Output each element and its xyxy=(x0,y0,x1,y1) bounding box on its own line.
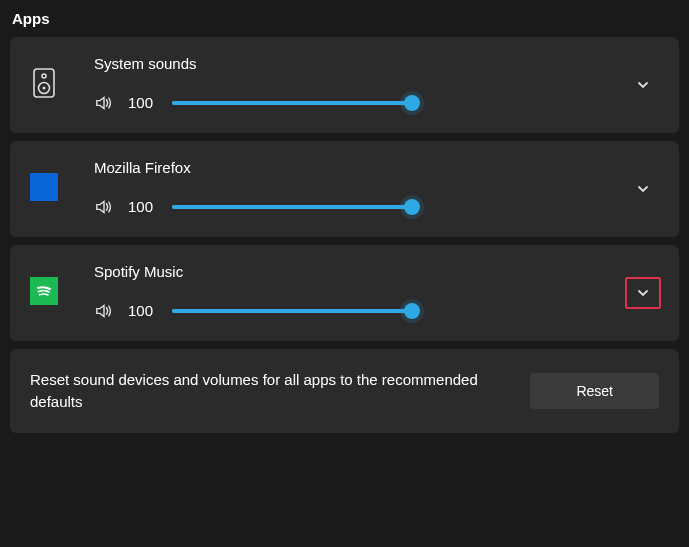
section-title: Apps xyxy=(12,10,679,27)
app-name-label: Mozilla Firefox xyxy=(94,159,619,176)
app-card-spotify[interactable]: Spotify Music 100 xyxy=(10,245,679,341)
slider-thumb[interactable] xyxy=(404,95,420,111)
volume-slider[interactable] xyxy=(172,303,412,319)
volume-icon xyxy=(94,95,114,111)
volume-icon xyxy=(94,199,114,215)
slider-fill xyxy=(172,101,412,105)
app-card-firefox[interactable]: Mozilla Firefox 100 xyxy=(10,141,679,237)
reset-card: Reset sound devices and volumes for all … xyxy=(10,349,679,433)
app-name-label: System sounds xyxy=(94,55,619,72)
volume-slider[interactable] xyxy=(172,199,412,215)
slider-fill xyxy=(172,309,412,313)
speaker-device-icon xyxy=(30,67,58,99)
slider-fill xyxy=(172,205,412,209)
spotify-icon xyxy=(30,275,58,307)
slider-thumb[interactable] xyxy=(404,303,420,319)
volume-value: 100 xyxy=(128,302,158,319)
chevron-down-icon[interactable] xyxy=(625,69,661,101)
firefox-icon xyxy=(30,171,58,203)
reset-description: Reset sound devices and volumes for all … xyxy=(30,369,510,413)
svg-point-3 xyxy=(43,87,46,90)
chevron-down-icon[interactable] xyxy=(625,173,661,205)
slider-thumb[interactable] xyxy=(404,199,420,215)
reset-button[interactable]: Reset xyxy=(530,373,659,409)
app-name-label: Spotify Music xyxy=(94,263,619,280)
app-card-system-sounds[interactable]: System sounds 100 xyxy=(10,37,679,133)
volume-icon xyxy=(94,303,114,319)
svg-point-1 xyxy=(42,74,46,78)
volume-value: 100 xyxy=(128,94,158,111)
chevron-down-icon[interactable] xyxy=(625,277,661,309)
volume-slider[interactable] xyxy=(172,95,412,111)
volume-value: 100 xyxy=(128,198,158,215)
